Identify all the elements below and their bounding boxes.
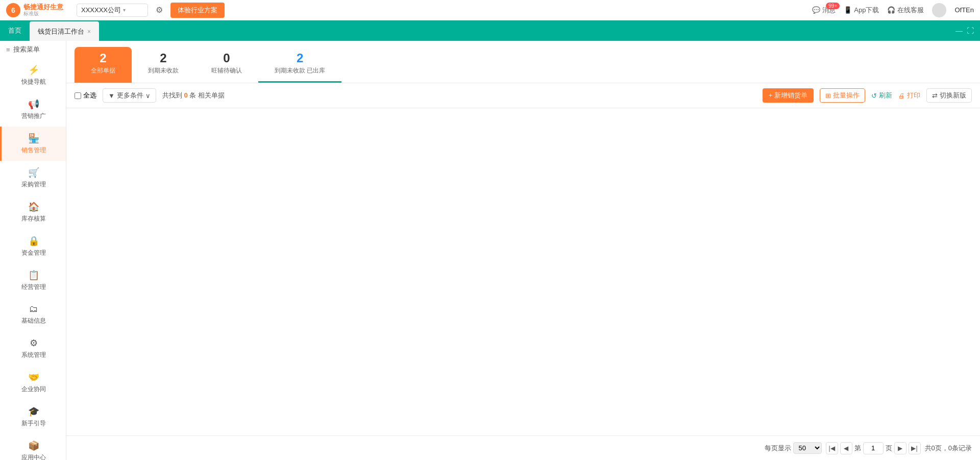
close-tab-icon[interactable]: × bbox=[87, 28, 91, 35]
sidebar-item-label: 企业协同 bbox=[21, 385, 46, 394]
sidebar-item-finance[interactable]: 🔒 资金管理 bbox=[0, 229, 66, 263]
sidebar-item-basic-info[interactable]: 🗂 基础信息 bbox=[0, 298, 66, 331]
sidebar-item-label: 新手引导 bbox=[21, 419, 46, 428]
nav-actions: — ⛶ bbox=[955, 27, 980, 35]
experience-button[interactable]: 体验行业方案 bbox=[170, 3, 225, 18]
service-icon: 🎧 bbox=[887, 6, 895, 14]
minimize-icon[interactable]: — bbox=[955, 27, 963, 35]
page-size-dropdown[interactable]: 50 10 20 100 bbox=[793, 442, 822, 454]
enterprise-icon: 🤝 bbox=[28, 372, 39, 383]
all-count: 2 bbox=[100, 51, 106, 65]
search-menu-label: 搜索菜单 bbox=[13, 45, 40, 54]
switch-icon: ⇄ bbox=[932, 92, 938, 100]
select-all-input[interactable] bbox=[75, 92, 81, 99]
purchase-icon: 🛒 bbox=[28, 167, 39, 178]
sidebar-item-label: 经营管理 bbox=[21, 283, 46, 292]
empty-table-area bbox=[66, 108, 980, 435]
sidebar-item-label: 应用中心 bbox=[21, 453, 46, 460]
next-page-button[interactable]: ▶ bbox=[894, 442, 906, 454]
found-text: 共找到 0 条 相关单据 bbox=[162, 91, 225, 100]
app-download-item[interactable]: 📱 App下载 bbox=[844, 6, 879, 15]
switch-version-button[interactable]: ⇄ 切换新版 bbox=[926, 88, 972, 103]
finance-icon: 🔒 bbox=[28, 235, 39, 247]
sidebar-item-app-center[interactable]: 📦 应用中心 bbox=[0, 434, 66, 460]
app-download-label: App下载 bbox=[854, 6, 879, 15]
overdue-out-label: 到期未收款 已出库 bbox=[275, 66, 325, 75]
sidebar-item-enterprise[interactable]: 🤝 企业协同 bbox=[0, 366, 66, 400]
operations-icon: 📋 bbox=[28, 270, 39, 281]
logo-area: 6 畅捷通好生意 标准版 bbox=[6, 3, 72, 17]
header-left: 6 畅捷通好生意 标准版 XXXXXX公司 ▾ ⚙ 体验行业方案 bbox=[6, 3, 225, 18]
sidebar-item-marketing[interactable]: 📢 营销推广 bbox=[0, 92, 66, 127]
filter-button[interactable]: ▼ 更多条件 ∨ bbox=[103, 88, 156, 103]
search-icon: ≡ bbox=[6, 46, 10, 54]
page-input[interactable] bbox=[863, 442, 884, 454]
last-page-button[interactable]: ▶| bbox=[909, 442, 921, 454]
prev-page-button[interactable]: ◀ bbox=[840, 442, 852, 454]
main-layout: ≡ 搜索菜单 ⚡ 快捷导航 📢 营销推广 🏪 销售管理 🛒 采购管理 🏠 库存核… bbox=[0, 41, 980, 460]
download-icon: 📱 bbox=[844, 6, 852, 14]
quick-nav-icon: ⚡ bbox=[28, 64, 39, 76]
message-item[interactable]: 💬 消息 99+ bbox=[812, 6, 836, 15]
nav-tabs: 首页 钱货日清工作台 × — ⛶ bbox=[0, 20, 980, 41]
all-label: 全部单据 bbox=[91, 66, 115, 75]
active-tab-label: 钱货日清工作台 bbox=[38, 27, 84, 36]
sidebar-item-inventory[interactable]: 🏠 库存核算 bbox=[0, 195, 66, 229]
chevron-down-icon: ∨ bbox=[145, 92, 151, 100]
message-badge: 99+ bbox=[826, 3, 840, 9]
home-tab[interactable]: 首页 bbox=[0, 20, 30, 41]
sidebar-item-purchase[interactable]: 🛒 采购管理 bbox=[0, 161, 66, 195]
page-size-label: 每页显示 bbox=[765, 444, 791, 453]
toolbar-left: 全选 ▼ 更多条件 ∨ 共找到 0 条 相关单据 bbox=[75, 88, 756, 103]
header: 6 畅捷通好生意 标准版 XXXXXX公司 ▾ ⚙ 体验行业方案 💬 消息 99… bbox=[0, 0, 980, 20]
guide-icon: 🎓 bbox=[28, 406, 39, 417]
search-menu-item[interactable]: ≡ 搜索菜单 bbox=[0, 41, 66, 58]
toolbar-right: + 新增销货单 ⊞ 批量操作 ↺ 刷新 🖨 打印 ⇄ 切换新版 bbox=[763, 88, 972, 103]
system-icon: ⚙ bbox=[30, 337, 38, 349]
filter-icon: ▼ bbox=[108, 92, 115, 100]
found-count: 0 bbox=[184, 91, 188, 99]
stats-tabs: 2 全部单据 2 到期未收款 0 旺辅待确认 2 到期未收款 已出库 bbox=[66, 41, 980, 83]
sidebar-item-label: 采购管理 bbox=[21, 180, 46, 189]
sidebar-item-sales[interactable]: 🏪 销售管理 bbox=[0, 127, 66, 161]
refresh-label: 刷新 bbox=[879, 91, 892, 100]
sidebar-item-operations[interactable]: 📋 经营管理 bbox=[0, 263, 66, 298]
app-center-icon: 📦 bbox=[28, 440, 39, 451]
sidebar: ≡ 搜索菜单 ⚡ 快捷导航 📢 营销推广 🏪 销售管理 🛒 采购管理 🏠 库存核… bbox=[0, 41, 66, 460]
new-sales-button[interactable]: + 新增销货单 bbox=[763, 88, 814, 103]
company-select[interactable]: XXXXXX公司 ▾ bbox=[77, 4, 148, 17]
sidebar-item-system[interactable]: ⚙ 系统管理 bbox=[0, 331, 66, 366]
sidebar-item-label: 系统管理 bbox=[21, 351, 46, 359]
sidebar-item-quick-nav[interactable]: ⚡ 快捷导航 bbox=[0, 58, 66, 92]
refresh-button[interactable]: ↺ 刷新 bbox=[871, 91, 892, 100]
stats-tab-overdue-out[interactable]: 2 到期未收款 已出库 bbox=[258, 47, 341, 83]
sidebar-item-guide[interactable]: 🎓 新手引导 bbox=[0, 400, 66, 434]
avatar[interactable] bbox=[932, 3, 946, 17]
toolbar: 全选 ▼ 更多条件 ∨ 共找到 0 条 相关单据 + 新增销货单 ⊞ 批量操作 bbox=[66, 83, 980, 108]
company-name: XXXXXX公司 bbox=[81, 6, 121, 15]
first-page-button[interactable]: |◀ bbox=[826, 442, 838, 454]
print-button[interactable]: 🖨 打印 bbox=[898, 91, 920, 100]
pagination: 每页显示 50 10 20 100 |◀ ◀ 第 页 ▶ ▶| 共0页，0条记录 bbox=[66, 435, 980, 460]
page-label: 第 bbox=[854, 444, 861, 453]
page-size-select: 每页显示 50 10 20 100 bbox=[765, 442, 822, 454]
settings-icon[interactable]: ⚙ bbox=[152, 3, 166, 17]
sidebar-item-label: 库存核算 bbox=[21, 214, 46, 223]
message-icon: 💬 bbox=[812, 6, 820, 14]
stats-tab-all[interactable]: 2 全部单据 bbox=[75, 47, 132, 83]
batch-operation-button[interactable]: ⊞ 批量操作 bbox=[820, 88, 865, 103]
online-service-item[interactable]: 🎧 在线客服 bbox=[887, 6, 924, 15]
sidebar-item-label: 营销推广 bbox=[21, 112, 46, 120]
marketing-icon: 📢 bbox=[28, 99, 39, 110]
stats-tab-pending[interactable]: 0 旺辅待确认 bbox=[195, 47, 258, 83]
active-tab[interactable]: 钱货日清工作台 × bbox=[30, 21, 99, 42]
expand-icon[interactable]: ⛶ bbox=[967, 27, 974, 35]
stats-tab-overdue[interactable]: 2 到期未收款 bbox=[132, 47, 195, 83]
logo-icon: 6 bbox=[6, 3, 20, 17]
sales-icon: 🏪 bbox=[28, 133, 39, 144]
overdue-out-count: 2 bbox=[297, 51, 303, 65]
basic-info-icon: 🗂 bbox=[29, 304, 38, 314]
sidebar-item-label: 资金管理 bbox=[21, 249, 46, 257]
print-label: 打印 bbox=[907, 91, 920, 100]
select-all-checkbox[interactable]: 全选 bbox=[75, 91, 96, 100]
